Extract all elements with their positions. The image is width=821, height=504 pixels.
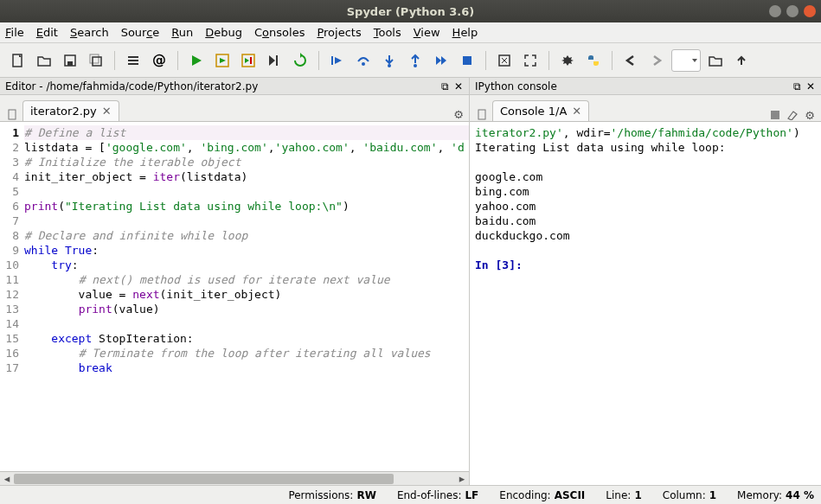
open-file-button[interactable] — [33, 49, 55, 72]
list-button[interactable] — [122, 49, 144, 72]
python-path-button[interactable] — [582, 49, 605, 72]
browse-dir-button[interactable] — [704, 49, 727, 72]
status-line: Line:1 — [606, 489, 641, 501]
parent-dir-button[interactable] — [730, 49, 753, 72]
status-permissions: Permissions:RW — [288, 489, 376, 501]
status-column: Column:1 — [663, 489, 716, 501]
svg-rect-22 — [771, 111, 779, 119]
stop-button[interactable] — [456, 49, 478, 72]
menu-file[interactable]: File — [5, 26, 24, 39]
code-editor[interactable]: 1234567891011121314151617 # Define a lis… — [0, 121, 469, 471]
gutter: 1234567891011121314151617 — [0, 122, 24, 471]
menu-edit[interactable]: Edit — [36, 26, 58, 39]
status-encoding: Encoding:ASCII — [499, 489, 585, 501]
toolbar-separator — [548, 51, 549, 70]
console-tab[interactable]: Console 1/A ✕ — [492, 100, 589, 121]
horizontal-scrollbar[interactable]: ◂ ▸ — [0, 471, 469, 485]
svg-rect-20 — [9, 110, 16, 119]
gear-icon[interactable]: ⚙ — [804, 109, 816, 121]
run-cell-advance-button[interactable] — [237, 49, 260, 72]
editor-tab-label: iterator2.py — [30, 105, 97, 118]
menu-consoles[interactable]: Consoles — [254, 26, 305, 39]
toolbar-separator — [612, 51, 613, 70]
menu-run[interactable]: Run — [171, 26, 193, 39]
forward-button[interactable] — [645, 49, 668, 72]
menu-projects[interactable]: Projects — [317, 26, 361, 39]
editor-pane: Editor - /home/fahmida/code/Python/itera… — [0, 78, 470, 485]
run-button[interactable] — [185, 49, 208, 72]
toolbar-separator — [318, 51, 319, 70]
continue-button[interactable] — [430, 49, 452, 72]
menu-help[interactable]: Help — [452, 26, 478, 39]
window-title: Spyder (Python 3.6) — [347, 5, 475, 18]
svg-rect-4 — [93, 57, 101, 66]
menu-search[interactable]: Search — [70, 26, 109, 39]
fullscreen-button[interactable] — [519, 49, 542, 72]
console-pane-title: IPython console ⧉ ✕ — [470, 78, 821, 95]
gear-icon[interactable]: ⚙ — [453, 108, 464, 121]
debug-button[interactable] — [326, 49, 349, 72]
editor-pane-title-label: Editor - /home/fahmida/code/Python/itera… — [5, 80, 258, 93]
run-cell-button[interactable] — [211, 49, 234, 72]
rerun-button[interactable] — [289, 49, 311, 72]
main: Editor - /home/fahmida/code/Python/itera… — [0, 78, 821, 485]
save-button[interactable] — [59, 49, 81, 72]
tabdoc-icon[interactable] — [475, 109, 491, 121]
console-pane-title-label: IPython console — [475, 80, 557, 93]
toolbar-separator — [177, 51, 178, 70]
close-pane-icon[interactable]: ✕ — [805, 81, 816, 92]
status-memory: Memory:44 % — [737, 489, 814, 501]
console-tabbar: Console 1/A ✕ ⚙ — [470, 95, 821, 121]
console-pane: IPython console ⧉ ✕ Console 1/A ✕ ⚙ — [470, 78, 821, 485]
at-button[interactable]: @ — [148, 49, 170, 72]
scroll-thumb[interactable] — [14, 474, 394, 484]
toolbar-separator — [114, 51, 115, 70]
close-tab-icon[interactable]: ✕ — [572, 105, 581, 118]
titlebar: Spyder (Python 3.6) — [0, 0, 821, 22]
menu-tools[interactable]: Tools — [374, 26, 401, 39]
save-all-button[interactable] — [85, 49, 107, 72]
toolbar: @ — [0, 43, 821, 78]
svg-rect-2 — [67, 61, 73, 66]
maximize-pane-button[interactable] — [493, 49, 516, 72]
menubar: File Edit Search Source Run Debug Consol… — [0, 22, 821, 43]
working-dir-combo[interactable] — [671, 49, 701, 72]
code-area[interactable]: # Define a listlistdata = ['google.com',… — [24, 122, 469, 471]
close-tab-icon[interactable]: ✕ — [102, 105, 112, 118]
minimize-icon[interactable] — [769, 5, 781, 17]
svg-point-13 — [362, 62, 365, 66]
stop-console-icon[interactable] — [769, 109, 781, 121]
scroll-left-icon[interactable]: ◂ — [0, 472, 14, 485]
step-out-button[interactable] — [404, 49, 427, 72]
window-controls — [769, 5, 816, 17]
toolbar-separator — [485, 51, 486, 70]
editor-tab[interactable]: iterator2.py ✕ — [22, 100, 119, 121]
back-button[interactable] — [619, 49, 642, 72]
menu-view[interactable]: View — [414, 26, 440, 39]
detach-icon[interactable]: ⧉ — [439, 81, 450, 92]
console-output[interactable]: iterator2.py', wdir='/home/fahmida/code/… — [470, 121, 821, 485]
console-tab-label: Console 1/A — [500, 105, 567, 118]
svg-point-15 — [388, 64, 391, 67]
svg-rect-21 — [478, 110, 485, 119]
close-icon[interactable] — [804, 5, 816, 17]
scroll-right-icon[interactable]: ▸ — [455, 472, 469, 485]
svg-rect-3 — [90, 54, 99, 63]
new-file-button[interactable] — [7, 49, 29, 72]
step-over-button[interactable] — [352, 49, 375, 72]
editor-tabbar: iterator2.py ✕ ⚙ — [0, 95, 469, 121]
preferences-button[interactable] — [556, 49, 579, 72]
svg-rect-18 — [463, 56, 471, 65]
editor-pane-title: Editor - /home/fahmida/code/Python/itera… — [0, 78, 469, 95]
menu-source[interactable]: Source — [121, 26, 160, 39]
scroll-track[interactable] — [14, 474, 455, 484]
clear-console-icon[interactable] — [786, 109, 799, 121]
step-into-button[interactable] — [378, 49, 401, 72]
close-pane-icon[interactable]: ✕ — [453, 81, 464, 92]
tabdoc-icon[interactable] — [5, 109, 21, 121]
svg-point-17 — [414, 64, 417, 67]
run-selection-button[interactable] — [263, 49, 285, 72]
detach-icon[interactable]: ⧉ — [792, 81, 802, 92]
menu-debug[interactable]: Debug — [205, 26, 242, 39]
maximize-icon[interactable] — [786, 5, 799, 17]
